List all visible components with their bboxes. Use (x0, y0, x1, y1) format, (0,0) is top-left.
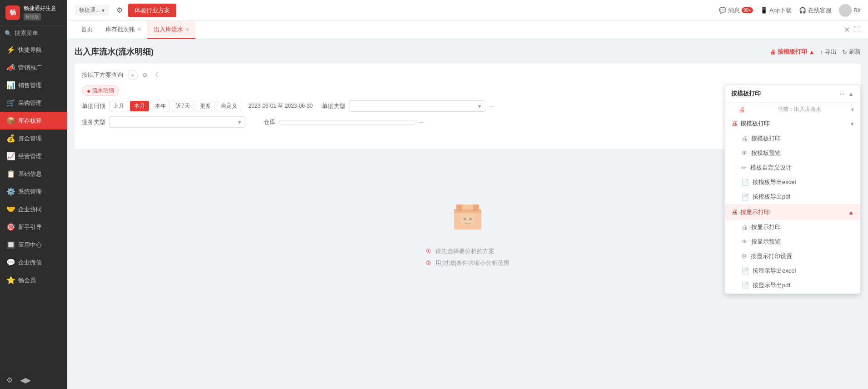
dropdown-panel: 按模板打印 ··· ▲ 🖨 当前：出入库流水 ▾ 🖨按模板打印 ▾ (724, 85, 861, 294)
filter-date-item: 单据日期 上月 本月 本年 近7天 更多 自定义 2023-06-01 至 20… (82, 101, 313, 111)
date-more-btn[interactable]: 更多 (196, 101, 215, 111)
sidebar-item-wechat[interactable]: 💬 企业微信 (0, 254, 67, 271)
tab-flow[interactable]: 出入库流水 × (147, 21, 195, 39)
filter-header: 按以下方案查询 + ⚙ 《 (82, 70, 853, 80)
warehouse-more-icon[interactable]: ··· (419, 119, 424, 125)
doctype-select[interactable]: ▾ (349, 100, 485, 112)
date-custom-btn[interactable]: 自定义 (217, 101, 241, 111)
app-download-label: App下载 (769, 6, 792, 15)
sidebar-item-purchase[interactable]: 🛒 采购管理 (0, 94, 67, 112)
tpi4-label: 按模板导出excel (753, 178, 796, 186)
sidebar-item-apps[interactable]: 🔲 应用中心 (0, 236, 67, 254)
dropdown-header: 按模板打印 ··· ▲ (725, 85, 860, 103)
sidebar-item-shortcut[interactable]: ⚡ 快捷导航 (0, 41, 67, 59)
sidebar-item-member[interactable]: ⭐ 畅会员 (0, 271, 67, 289)
tab-batch[interactable]: 库存批次账 × (99, 21, 147, 39)
online-service-button[interactable]: 🎧 在线客服 (799, 6, 832, 15)
doctype-more-icon[interactable]: ··· (489, 103, 494, 110)
display-print-item-5[interactable]: 📄 按显示导出pdf (725, 278, 860, 293)
tpi2-label: 按模板预览 (751, 149, 781, 157)
date-options: 上月 本月 本年 近7天 更多 自定义 (109, 101, 241, 111)
template-print-item-3[interactable]: ✏ 模板自定义设计 (725, 160, 860, 175)
sidebar-bottom: ⚙ ◀▶ (0, 371, 67, 389)
print-template-button[interactable]: 🖨 按模板打印 ▲ (770, 48, 815, 56)
purchase-icon: 🛒 (6, 99, 15, 107)
biz-type-label: 业务类型 (82, 118, 105, 126)
template-print-item-5[interactable]: 📄 按模板导出pdf (725, 190, 860, 204)
tip1-num: ① (426, 248, 431, 254)
wechat-icon: 💬 (6, 258, 15, 267)
operations-icon: 📈 (6, 152, 15, 160)
filter-collapse-icon[interactable]: 《 (152, 71, 158, 79)
sidebar-item-sales[interactable]: 📊 销售管理 (0, 76, 67, 94)
sidebar-item-label: 企业微信 (18, 259, 42, 267)
sidebar-item-label: 经营管理 (18, 152, 42, 160)
warehouse-select[interactable] (279, 120, 415, 125)
date-this-month-btn[interactable]: 本月 (130, 101, 149, 111)
export-label: 导出 (825, 48, 837, 56)
tab-home[interactable]: 首页 (75, 21, 99, 39)
dpi1-icon: 🖨 (741, 224, 748, 231)
topbar-gear-icon[interactable]: ⚙ (116, 6, 123, 15)
display-print-item-3[interactable]: ⚙ 按显示打印设置 (725, 249, 860, 264)
settings-icon[interactable]: ⚙ (6, 376, 13, 384)
dropdown-collapse-icon[interactable]: ▲ (848, 90, 854, 97)
display-print-arrow: ▲ (848, 209, 854, 216)
empty-tip-1: ① 请先选择要分析的方案 (426, 245, 510, 257)
display-print-item-4[interactable]: 📄 按显示导出excel (725, 264, 860, 278)
sidebar-item-basic[interactable]: 📋 基础信息 (0, 165, 67, 183)
filter-title: 按以下方案查询 (82, 71, 123, 79)
empty-tip-2: ② 用[过滤]条件来缩小分析范围 (426, 257, 510, 269)
apps-icon: 🔲 (6, 240, 15, 249)
sidebar-item-inventory[interactable]: 📦 库存核算 (0, 112, 67, 130)
sidebar-item-label: 资金管理 (18, 135, 42, 143)
filter-tag[interactable]: ● 流水明细 (82, 85, 119, 96)
biz-type-select[interactable]: ▾ (109, 116, 245, 128)
display-print-header[interactable]: 🖨按显示打印 ▲ (725, 204, 860, 220)
tab-batch-close[interactable]: × (138, 26, 141, 33)
solution-button[interactable]: 体验行业方案 (128, 4, 176, 17)
sidebar-item-finance[interactable]: 💰 资金管理 (0, 130, 67, 147)
display-print-item-2[interactable]: 👁 按显示预览 (725, 234, 860, 249)
dropdown-more-icon[interactable]: ··· (839, 90, 844, 97)
filter-add-button[interactable]: + (128, 70, 138, 80)
date-7days-btn[interactable]: 近7天 (172, 101, 194, 111)
sidebar-item-system[interactable]: ⚙️ 系统管理 (0, 183, 67, 200)
user-avatar-area[interactable]: Rit (839, 4, 861, 17)
app-download-button[interactable]: 📱 App下载 (760, 6, 792, 15)
sidebar-item-cooperation[interactable]: 🤝 企业协同 (0, 200, 67, 218)
template-print-item-1[interactable]: 🖨 按模板打印 (725, 131, 860, 146)
template-print-item-2[interactable]: 👁 按模板预览 (725, 146, 860, 160)
dropdown-footer[interactable]: ⚙设置默认功能 ▾ (725, 293, 860, 294)
template-print-items: 🖨 按模板打印 👁 按模板预览 ✏ 模板自定义设计 📄 (725, 131, 860, 204)
close-window-icon[interactable]: ✕ (844, 25, 850, 34)
tab-flow-close[interactable]: × (186, 26, 189, 33)
tpi2-icon: 👁 (741, 150, 748, 157)
sidebar-item-guide[interactable]: 🎯 新手引导 (0, 218, 67, 236)
template-print-item-4[interactable]: 📄 按模板导出excel (725, 175, 860, 190)
sidebar-toggle-icon[interactable]: ◀▶ (20, 376, 31, 384)
topbar: 畅捷通... ▾ ⚙ 体验行业方案 💬 消息 99+ 📱 App下载 🎧 在线客… (67, 0, 868, 21)
dpi4-icon: 📄 (741, 267, 749, 274)
page-title: 出入库流水(流水明细) (75, 46, 154, 57)
dpi3-label: 按显示打印设置 (751, 252, 792, 260)
dpi5-label: 按显示导出pdf (753, 281, 790, 289)
sidebar-search[interactable]: 🔍 搜索菜单 (0, 25, 67, 41)
template-print-header-label: 按模板打印 (740, 120, 770, 127)
topbar-user[interactable]: 畅捷通... ▾ (75, 5, 109, 16)
display-print-item-1[interactable]: 🖨 按显示打印 (725, 220, 860, 234)
sidebar-item-operations[interactable]: 📈 经营管理 (0, 147, 67, 165)
export-button[interactable]: ↑ 导出 (820, 48, 837, 56)
date-this-year-btn[interactable]: 本年 (151, 101, 170, 111)
filter-settings-icon[interactable]: ⚙ (142, 72, 148, 79)
expand-window-icon[interactable]: ⛶ (853, 25, 861, 34)
messages-badge: 99+ (742, 7, 753, 13)
messages-button[interactable]: 💬 消息 99+ (719, 6, 753, 15)
template-print-header[interactable]: 🖨按模板打印 ▾ (725, 116, 860, 131)
date-prev-month-btn[interactable]: 上月 (109, 101, 128, 111)
sidebar-item-marketing[interactable]: 📣 营销推广 (0, 59, 67, 76)
refresh-button[interactable]: ↻ 刷新 (842, 48, 861, 56)
export-icon: ↑ (820, 49, 823, 55)
tpi1-label: 按模板打印 (751, 135, 781, 143)
logo-badge: 标准版 (24, 13, 41, 20)
